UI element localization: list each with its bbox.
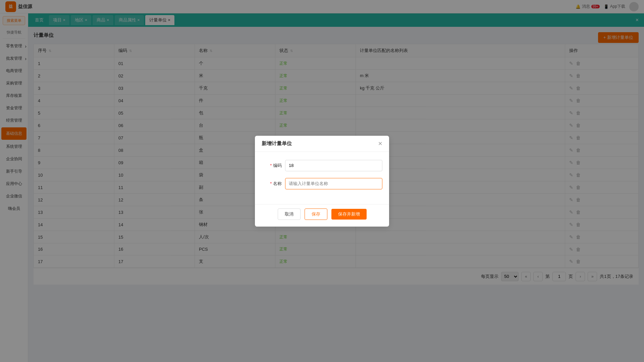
code-field-label: 编码: [262, 163, 282, 169]
modal-body: 编码 名称: [255, 152, 389, 204]
form-row-code: 编码: [262, 160, 382, 171]
save-and-add-button[interactable]: 保存并新增: [331, 209, 367, 220]
modal-header: 新增计量单位 ✕: [255, 136, 389, 152]
modal-title: 新增计量单位: [262, 140, 292, 147]
form-row-name: 名称: [262, 178, 382, 189]
add-unit-modal: 新增计量单位 ✕ 编码 名称 取消 保存 保存并新增: [255, 136, 389, 227]
modal-footer: 取消 保存 保存并新增: [255, 204, 389, 227]
code-input[interactable]: [285, 160, 382, 171]
modal-overlay[interactable]: 新增计量单位 ✕ 编码 名称 取消 保存 保存并新增: [0, 0, 644, 362]
name-field-label: 名称: [262, 181, 282, 187]
modal-close-button[interactable]: ✕: [378, 140, 382, 147]
name-input[interactable]: [285, 178, 382, 189]
cancel-button[interactable]: 取消: [278, 208, 301, 220]
save-button[interactable]: 保存: [305, 208, 327, 220]
